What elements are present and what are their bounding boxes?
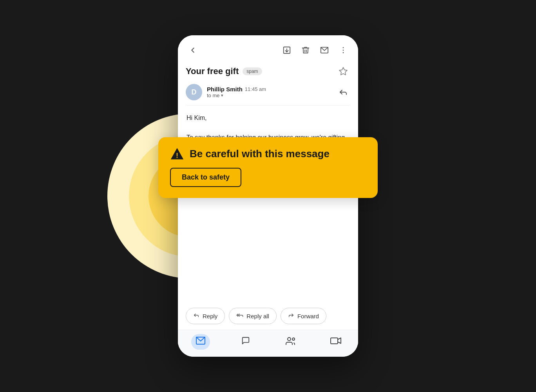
more-button[interactable] xyxy=(336,43,350,57)
nav-chat-button[interactable] xyxy=(236,334,255,350)
warning-title: Be careful with this message xyxy=(190,148,330,160)
nav-people-button[interactable] xyxy=(281,334,300,350)
svg-marker-11 xyxy=(338,338,341,343)
reply-all-icon xyxy=(236,312,243,320)
sender-time: 11:45 am xyxy=(245,86,266,92)
svg-point-9 xyxy=(292,338,295,340)
svg-point-4 xyxy=(343,50,344,51)
bottom-nav xyxy=(178,330,358,357)
download-button[interactable] xyxy=(280,43,294,57)
sender-left: D Phillip Smith 11:45 am to me ▾ xyxy=(186,84,266,100)
nav-people-icon xyxy=(285,336,296,347)
svg-point-3 xyxy=(343,47,344,48)
reply-all-button[interactable]: Reply all xyxy=(229,308,277,324)
avatar: D xyxy=(186,84,202,100)
subject-row: Your free gift spam xyxy=(186,64,350,78)
nav-mail-button[interactable] xyxy=(191,334,210,350)
reply-all-label: Reply all xyxy=(246,313,269,319)
topbar xyxy=(178,35,358,61)
scene: Your free gift spam D Philli xyxy=(131,24,405,368)
nav-video-button[interactable] xyxy=(326,334,345,350)
star-button[interactable] xyxy=(336,64,350,78)
topbar-left xyxy=(186,43,200,57)
mail-button[interactable] xyxy=(317,43,331,57)
forward-button[interactable]: Forward xyxy=(281,308,326,324)
subject-left: Your free gift spam xyxy=(186,66,262,76)
reply-button[interactable]: Reply xyxy=(186,308,225,324)
email-header: Your free gift spam D Philli xyxy=(178,61,358,105)
svg-point-8 xyxy=(288,338,291,341)
spam-badge: spam xyxy=(243,67,262,75)
sender-to[interactable]: to me ▾ xyxy=(207,93,266,98)
warning-banner: ! Be careful with this message Back to s… xyxy=(158,137,378,198)
back-button[interactable] xyxy=(186,43,200,57)
forward-icon xyxy=(288,312,294,320)
reply-label: Reply xyxy=(203,313,217,319)
sender-info: Phillip Smith 11:45 am to me ▾ xyxy=(207,86,266,98)
svg-marker-6 xyxy=(339,67,347,75)
sender-row: D Phillip Smith 11:45 am to me ▾ xyxy=(186,84,350,100)
phone-frame: Your free gift spam D Philli xyxy=(178,35,358,357)
svg-point-5 xyxy=(343,52,344,53)
reply-icon-button[interactable] xyxy=(336,85,350,99)
warning-triangle-icon: ! xyxy=(170,147,184,161)
svg-rect-10 xyxy=(331,338,338,344)
reply-icon xyxy=(193,312,199,320)
topbar-right xyxy=(280,43,350,57)
sender-name: Phillip Smith xyxy=(207,86,243,93)
reply-row: Reply Reply all Fo xyxy=(178,303,358,330)
svg-text:!: ! xyxy=(176,152,178,160)
nav-video-icon xyxy=(330,336,341,347)
warning-title-row: ! Be careful with this message xyxy=(170,147,366,161)
subject-text: Your free gift xyxy=(186,66,239,76)
forward-label: Forward xyxy=(297,313,319,319)
email-body: Hi Kim, To say thanks for helping our bu… xyxy=(178,105,358,303)
to-label: to me xyxy=(207,93,220,98)
trash-button[interactable] xyxy=(299,43,313,57)
sender-name-row: Phillip Smith 11:45 am xyxy=(207,86,266,93)
nav-chat-icon xyxy=(241,336,250,347)
greeting: Hi Kim, xyxy=(187,113,349,123)
nav-mail-icon xyxy=(196,336,205,347)
chevron-down-icon[interactable]: ▾ xyxy=(221,93,223,98)
back-to-safety-button[interactable]: Back to safety xyxy=(170,168,241,187)
